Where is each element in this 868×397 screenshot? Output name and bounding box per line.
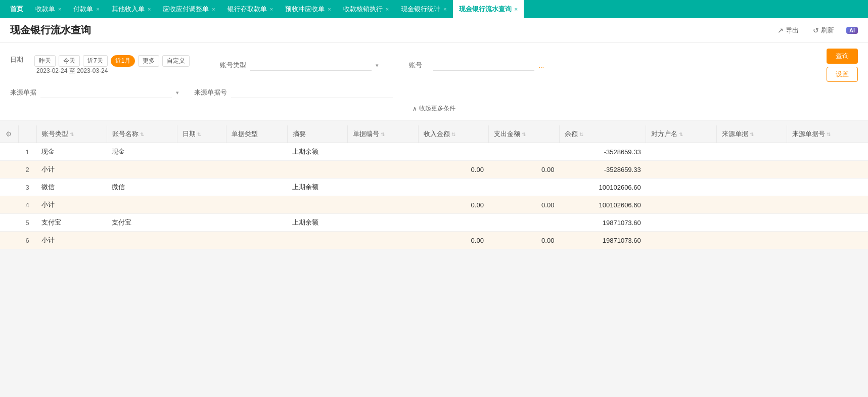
date-btn-custom[interactable]: 自定义	[162, 55, 190, 67]
gear-icon[interactable]: ⚙	[6, 130, 12, 138]
table-body: 1现金现金上期余额-3528659.332小计0.000.00-3528659.…	[0, 143, 868, 249]
nav-home[interactable]: 首页	[4, 0, 29, 18]
td-balance: 100102606.60	[559, 179, 646, 196]
table-row: 6小计0.000.0019871073.60	[0, 232, 868, 249]
td-account-type: 微信	[36, 179, 107, 196]
td-date	[177, 214, 226, 232]
action-buttons: 查询 设置	[827, 49, 858, 82]
th-date[interactable]: 日期⇅	[177, 125, 226, 143]
td-gear-cell	[0, 196, 18, 214]
date-btn-yesterday[interactable]: 昨天	[34, 55, 56, 67]
date-btn-1month[interactable]: 近1月	[111, 55, 135, 67]
source-doc-no-input[interactable]	[231, 87, 393, 98]
td-date	[177, 143, 226, 161]
td-summary: 上期余额	[287, 179, 348, 196]
td-account-name: 支付宝	[107, 214, 177, 232]
td-gear-cell	[0, 232, 18, 249]
close-payment-icon[interactable]: ×	[96, 6, 99, 12]
filter-area: 日期 昨天 今天 近7天 近1月 更多 自定义 2023-02-24 至 202…	[0, 42, 868, 120]
account-more-button[interactable]: ...	[538, 62, 544, 69]
collapse-bar[interactable]: ∧ 收起更多条件	[10, 101, 858, 116]
nav-other-income[interactable]: 其他收入单 ×	[106, 0, 157, 18]
td-source-doc-no	[787, 214, 868, 232]
nav-receipt[interactable]: 收款单 ×	[29, 0, 67, 18]
td-doc-type	[226, 179, 287, 196]
settings-button[interactable]: 设置	[827, 67, 858, 82]
th-counterpart[interactable]: 对方户名⇅	[646, 125, 716, 143]
source-doc-input[interactable]	[40, 87, 172, 98]
date-options: 昨天 今天 近7天 近1月 更多 自定义	[34, 55, 190, 67]
td-seq: 4	[18, 196, 36, 214]
td-doc-type	[226, 214, 287, 232]
filter-row-1: 日期 昨天 今天 近7天 近1月 更多 自定义 2023-02-24 至 202…	[10, 49, 858, 82]
th-account-name[interactable]: 账号名称⇅	[107, 125, 177, 143]
nav-bank-deposit[interactable]: 银行存取款单 ×	[221, 0, 279, 18]
nav-cash-bank-stat[interactable]: 现金银行统计 ×	[395, 0, 452, 18]
source-doc-dropdown-icon[interactable]: ▾	[176, 90, 179, 96]
td-income	[418, 179, 488, 196]
close-prepay-icon[interactable]: ×	[328, 6, 331, 12]
td-account-name: 现金	[107, 143, 177, 161]
close-ar-ap-icon[interactable]: ×	[212, 6, 215, 12]
date-btn-today[interactable]: 今天	[59, 55, 80, 67]
td-gear-cell	[0, 214, 18, 232]
close-cash-flow-icon[interactable]: ×	[515, 6, 518, 12]
close-other-income-icon[interactable]: ×	[148, 6, 151, 12]
td-balance: 19871073.60	[559, 232, 646, 249]
td-gear-cell	[0, 143, 18, 161]
export-button[interactable]: ↗ 导出	[773, 24, 803, 37]
refresh-button[interactable]: ↺ 刷新	[809, 24, 838, 37]
ai-badge[interactable]: Ai	[846, 27, 858, 34]
td-summary	[287, 232, 348, 249]
td-account-type: 小计	[36, 196, 107, 214]
td-balance: 100102606.60	[559, 196, 646, 214]
td-doc-no	[348, 143, 418, 161]
td-account-type: 支付宝	[36, 214, 107, 232]
td-source-doc	[716, 179, 787, 196]
th-expense[interactable]: 支出金额⇅	[489, 125, 559, 143]
td-source-doc	[716, 232, 787, 249]
td-date	[177, 232, 226, 249]
td-source-doc-no	[787, 232, 868, 249]
td-date	[177, 196, 226, 214]
close-receipt-icon[interactable]: ×	[58, 6, 61, 12]
td-expense	[489, 214, 559, 232]
nav-receipt-verify[interactable]: 收款核销执行 ×	[337, 0, 395, 18]
td-income: 0.00	[418, 161, 488, 179]
th-account-type[interactable]: 账号类型⇅	[36, 125, 107, 143]
page-header: 现金银行流水查询 ↗ 导出 ↺ 刷新 Ai	[0, 18, 868, 42]
nav-prepay-offset[interactable]: 预收冲应收单 ×	[279, 0, 337, 18]
td-account-name	[107, 161, 177, 179]
close-receipt-verify-icon[interactable]: ×	[386, 6, 389, 12]
td-seq: 2	[18, 161, 36, 179]
date-btn-more[interactable]: 更多	[138, 55, 159, 67]
query-button[interactable]: 查询	[827, 49, 858, 64]
th-source-doc-no[interactable]: 来源单据号⇅	[787, 125, 868, 143]
collapse-up-icon: ∧	[413, 105, 417, 112]
close-cash-stat-icon[interactable]: ×	[443, 6, 446, 12]
nav-ar-ap-adjust[interactable]: 应收应付调整单 ×	[157, 0, 221, 18]
th-source-doc[interactable]: 来源单据⇅	[716, 125, 787, 143]
th-income[interactable]: 收入金额⇅	[418, 125, 488, 143]
td-balance: -3528659.33	[559, 143, 646, 161]
th-doc-no[interactable]: 单据编号⇅	[348, 125, 418, 143]
source-doc-no-label: 来源单据号	[194, 88, 227, 97]
td-doc-no	[348, 179, 418, 196]
account-type-filter: 账号类型 ▾	[220, 60, 379, 71]
td-summary: 上期余额	[287, 143, 348, 161]
td-counterpart	[646, 143, 716, 161]
td-account-type: 小计	[36, 232, 107, 249]
filter-row-2: 来源单据 ▾ 来源单据号	[10, 87, 858, 98]
date-btn-7days[interactable]: 近7天	[83, 55, 108, 67]
account-input[interactable]	[433, 60, 534, 71]
nav-payment[interactable]: 付款单 ×	[67, 0, 105, 18]
account-type-label: 账号类型	[220, 61, 246, 70]
td-account-name: 微信	[107, 179, 177, 196]
nav-cash-bank-flow[interactable]: 现金银行流水查询 ×	[453, 0, 524, 18]
account-type-dropdown-icon[interactable]: ▾	[376, 62, 379, 69]
td-expense: 0.00	[489, 196, 559, 214]
close-bank-icon[interactable]: ×	[270, 6, 273, 12]
table-header-row: ⚙ 账号类型⇅ 账号名称⇅ 日期⇅ 单据类型 摘要 单据编号⇅ 收入金额⇅ 支出…	[0, 125, 868, 143]
th-balance[interactable]: 余额⇅	[559, 125, 646, 143]
account-type-input[interactable]	[250, 60, 372, 71]
